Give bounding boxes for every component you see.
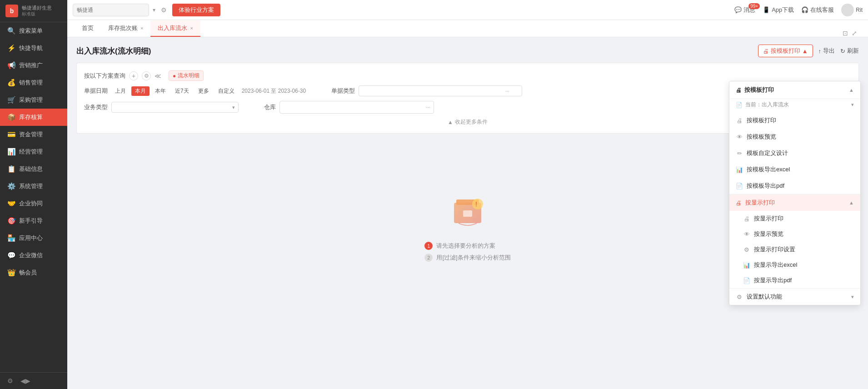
tabs-bar: 首页 库存批次账 × 出入库流水 × ⊡ ⤢ xyxy=(67,20,868,37)
sidebar-icon-purchase: 🛒 xyxy=(7,96,15,104)
svg-text:!: ! xyxy=(475,200,477,208)
sidebar-label-sales: 销售管理 xyxy=(19,79,43,87)
type-select[interactable] xyxy=(359,85,522,96)
sidebar-icon-member: 👑 xyxy=(7,269,15,277)
tab-home[interactable]: 首页 xyxy=(75,20,101,37)
sidebar-item-cooperation[interactable]: 🤝 企业协同 xyxy=(0,195,67,212)
template-pdf-item[interactable]: 📄 按模板导出pdf xyxy=(729,178,860,194)
main-area: ▾ ⚙ 体验行业方案 💬 消息 99+ 📱 App下载 🎧 在线客服 Rit xyxy=(67,0,868,389)
business-select[interactable] xyxy=(111,102,239,113)
tab-flow[interactable]: 出入库流水 × xyxy=(150,20,200,37)
date-last-7days[interactable]: 近7天 xyxy=(171,86,193,96)
export-label: 导出 xyxy=(823,47,835,55)
message-badge: 99+ xyxy=(748,3,760,9)
sidebar-item-finance[interactable]: 💳 资金管理 xyxy=(0,126,67,143)
sidebar-item-wechat[interactable]: 💬 企业微信 xyxy=(0,247,67,264)
empty-step-2: 2 用[过滤]条件来缩小分析范围 xyxy=(424,254,510,262)
tab-batch[interactable]: 库存批次账 × xyxy=(101,20,150,37)
date-current-month[interactable]: 本月 xyxy=(131,86,150,96)
sidebar-item-guide[interactable]: 🎯 新手引导 xyxy=(0,212,67,229)
sidebar-label-inventory: 库存核算 xyxy=(19,113,43,121)
warehouse-ellipsis[interactable]: ··· xyxy=(426,105,430,110)
template-excel-item[interactable]: 📊 按模板导出excel xyxy=(729,161,860,178)
current-icon: 📄 xyxy=(736,102,743,108)
dropdown-footer[interactable]: ⚙ 设置默认功能 ▾ xyxy=(729,289,860,305)
sidebar-item-search[interactable]: 🔍 搜索菜单 xyxy=(0,22,67,40)
sidebar-label-purchase: 采购管理 xyxy=(19,96,43,104)
type-select-ellipsis[interactable]: ··· xyxy=(505,88,509,94)
dp-pdf-icon: 📄 xyxy=(743,277,750,284)
template-print-item[interactable]: 🖨 按模板打印 xyxy=(729,112,860,129)
warehouse-input[interactable] xyxy=(279,101,434,114)
tab-flow-close[interactable]: × xyxy=(190,25,193,31)
sidebar-icon-search: 🔍 xyxy=(7,27,15,35)
trial-button[interactable]: 体验行业方案 xyxy=(172,4,220,16)
page-title-actions: 🖨 按模板打印 ▲ ↑ 导出 ↻ 刷新 xyxy=(758,45,859,57)
sidebar-label-wechat: 企业微信 xyxy=(19,251,43,259)
sidebar-item-inventory[interactable]: 📦 库存核算 xyxy=(0,109,67,126)
sidebar-icon-cooperation: 🤝 xyxy=(7,199,15,208)
avatar xyxy=(841,4,854,16)
print-template-button[interactable]: 🖨 按模板打印 ▲ xyxy=(758,45,813,57)
sidebar-item-member[interactable]: 👑 畅会员 xyxy=(0,264,67,281)
app-name-block: 畅捷通好生意 标准版 xyxy=(22,5,52,17)
sidebar-item-appstore[interactable]: 🏪 应用中心 xyxy=(0,229,67,247)
print-arrow-up: ▲ xyxy=(802,48,808,55)
filter-add-button[interactable]: + xyxy=(129,71,138,80)
footer-gear-icon: ⚙ xyxy=(736,293,743,300)
tab-restore-icon[interactable]: ⊡ xyxy=(843,30,848,37)
user-avatar-area[interactable]: Rit xyxy=(841,4,863,16)
footer-arrow: ▾ xyxy=(851,294,854,300)
template-preview-item[interactable]: 👁 按模板预览 xyxy=(729,129,860,145)
topbar-gear-icon[interactable]: ⚙ xyxy=(161,6,167,14)
topbar-search-input[interactable] xyxy=(73,4,149,16)
collapse-up-icon: ▲ xyxy=(448,119,453,125)
date-last-month[interactable]: 上月 xyxy=(111,86,130,96)
tab-bar-actions: ⊡ ⤢ xyxy=(839,30,861,37)
sidebar-item-sales[interactable]: 💰 销售管理 xyxy=(0,74,67,91)
display-preview-item[interactable]: 👁 按显示预览 xyxy=(729,226,860,242)
display-print-settings-item[interactable]: ⚙ 按显示打印设置 xyxy=(729,242,860,257)
sidebar-item-shortcut[interactable]: ⚡ 快捷导航 xyxy=(0,40,67,57)
date-current-year[interactable]: 本年 xyxy=(151,86,170,96)
refresh-icon: ↻ xyxy=(840,48,845,55)
sidebar-item-marketing[interactable]: 📢 营销推广 xyxy=(0,57,67,74)
date-label: 单据日期 xyxy=(84,87,108,95)
display-excel-item[interactable]: 📊 按显示导出excel xyxy=(729,257,860,273)
collapse-icon[interactable]: ◀▶ xyxy=(20,377,30,384)
empty-steps: 1 请先选择要分析的方案 2 用[过滤]条件来缩小分析范围 xyxy=(424,242,510,262)
template-design-item[interactable]: ✏ 模板自定义设计 xyxy=(729,145,860,161)
settings-icon[interactable]: ⚙ xyxy=(7,377,13,384)
refresh-button[interactable]: ↻ 刷新 xyxy=(840,47,859,55)
sidebar-item-system[interactable]: ⚙️ 系统管理 xyxy=(0,178,67,195)
filter-header-row: 按以下方案查询 + ⚙ ≪ ● 流水明细 xyxy=(84,70,851,81)
filter-settings-button[interactable]: ⚙ xyxy=(142,71,151,80)
sidebar-label-system: 系统管理 xyxy=(19,182,43,190)
filter-collapse-icon[interactable]: ≪ xyxy=(155,72,161,80)
date-more[interactable]: 更多 xyxy=(195,86,213,96)
dp-collapse-icon[interactable]: ▲ xyxy=(849,200,854,205)
sidebar-icon-finance: 💳 xyxy=(7,130,15,139)
message-action[interactable]: 💬 消息 99+ xyxy=(734,6,755,14)
display-print-item[interactable]: 🖨 按显示打印 xyxy=(729,211,860,226)
tab-batch-close[interactable]: × xyxy=(140,25,143,31)
collapse-label: 收起更多条件 xyxy=(455,118,488,126)
username-label: Rit xyxy=(856,7,863,13)
export-button[interactable]: ↑ 导出 xyxy=(818,47,835,55)
collapse-button[interactable]: ▲ 收起更多条件 xyxy=(448,118,488,126)
tp-pdf-icon: 📄 xyxy=(736,182,743,190)
sidebar-icon-sales: 💰 xyxy=(7,79,15,87)
sidebar-icon-shortcut: ⚡ xyxy=(7,44,15,52)
date-custom[interactable]: 自定义 xyxy=(215,86,238,96)
sidebar-item-operations[interactable]: 📊 经营管理 xyxy=(0,143,67,160)
online-service-action[interactable]: 🎧 在线客服 xyxy=(801,6,834,14)
current-arrow[interactable]: ▾ xyxy=(851,102,854,108)
sidebar-item-basic[interactable]: 📋 基础信息 xyxy=(0,160,67,178)
display-pdf-item[interactable]: 📄 按显示导出pdf xyxy=(729,273,860,288)
display-print-header[interactable]: 🖨 按显示打印 ▲ xyxy=(729,194,860,211)
dropdown-collapse-arrow[interactable]: ▲ xyxy=(849,87,854,93)
app-download-action[interactable]: 📱 App下载 xyxy=(763,6,794,14)
sidebar-item-purchase[interactable]: 🛒 采购管理 xyxy=(0,91,67,109)
tab-expand-icon[interactable]: ⤢ xyxy=(852,30,857,37)
topbar-search-chevron[interactable]: ▾ xyxy=(153,7,155,13)
